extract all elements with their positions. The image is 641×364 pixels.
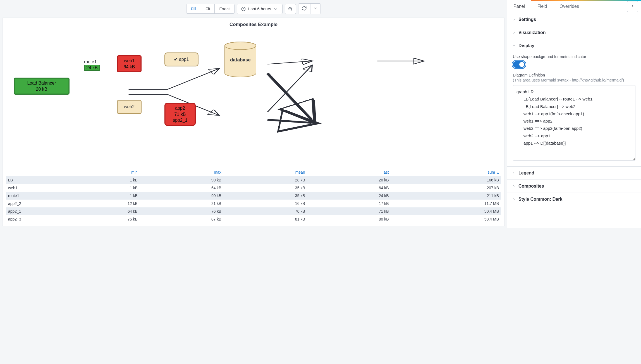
refresh-icon: [302, 6, 307, 11]
col-sum[interactable]: sum ▴: [391, 168, 501, 176]
cell-name: LB: [6, 176, 56, 184]
zoom-out-button[interactable]: [285, 4, 296, 14]
zoom-fill-button[interactable]: Fill: [186, 4, 201, 13]
diagram-definition-textarea[interactable]: [513, 85, 635, 161]
zoom-out-icon: [288, 6, 293, 11]
use-shape-bg-label: Use shape background for metric indicato…: [513, 54, 635, 59]
time-range-label: Last 6 hours: [248, 6, 271, 11]
zoom-mode-group: Fill Fit Exact: [186, 4, 235, 14]
node-web2[interactable]: web2: [117, 100, 142, 114]
section-display-body: Use shape background for metric indicato…: [507, 52, 641, 166]
check-icon: ✔: [174, 57, 178, 62]
section-visualization-header[interactable]: Visualization: [507, 26, 641, 39]
panel-title: Composites Example: [6, 21, 501, 30]
cell-max: 76 kB: [140, 207, 224, 215]
legend-header-row: min max mean last sum ▴: [6, 168, 501, 176]
cell-sum: 207 kB: [391, 184, 501, 192]
refresh-button[interactable]: [298, 4, 310, 14]
chevron-right-icon: [512, 18, 516, 21]
node-web1[interactable]: web1 64 kB: [117, 55, 142, 72]
legend-table: min max mean last sum ▴ LB1 kB90 kB28 kB…: [6, 168, 501, 223]
expand-editor-button[interactable]: [627, 1, 638, 12]
zoom-exact-button[interactable]: Exact: [215, 4, 234, 13]
refresh-group: [298, 3, 321, 14]
table-row[interactable]: LB1 kB90 kB28 kB20 kB166 kB: [6, 176, 501, 184]
chevron-right-icon: [512, 185, 516, 188]
section-composites: Composites: [507, 180, 641, 193]
cell-sum: 58.4 MB: [391, 215, 501, 223]
node-value: 20 kB: [17, 86, 66, 92]
cell-mean: 16 kB: [224, 200, 307, 207]
section-style-common: Style Common: Dark: [507, 193, 641, 206]
cell-mean: 81 kB: [224, 215, 307, 223]
editor-tabbar: Panel Field Overrides: [507, 0, 641, 13]
table-row[interactable]: app2_212 kB21 kB16 kB17 kB11.7 MB: [6, 200, 501, 207]
cell-min: 75 kB: [56, 215, 140, 223]
tab-panel[interactable]: Panel: [507, 0, 531, 13]
refresh-interval-button[interactable]: [310, 4, 320, 14]
cell-mean: 35 kB: [224, 192, 307, 200]
section-legend-header[interactable]: Legend: [507, 167, 641, 179]
section-legend: Legend: [507, 167, 641, 180]
node-sub: app2_1: [168, 117, 192, 123]
time-range-picker[interactable]: Last 6 hours: [237, 4, 283, 14]
sort-asc-icon: ▴: [497, 171, 499, 174]
panel-card: Composites Example: [2, 18, 505, 226]
cell-last: 20 kB: [307, 176, 391, 184]
cell-sum: 50.4 MB: [391, 207, 501, 215]
node-value: 64 kB: [121, 64, 138, 70]
cell-max: 90 kB: [140, 176, 224, 184]
section-settings-header[interactable]: Settings: [507, 13, 641, 26]
node-app2[interactable]: app2 71 kB app2_1: [164, 103, 196, 126]
diagram-definition-label: Diagram Definition: [513, 73, 635, 77]
node-label: web1: [121, 58, 138, 64]
section-style-common-header[interactable]: Style Common: Dark: [507, 193, 641, 206]
use-shape-bg-toggle[interactable]: [513, 61, 525, 68]
section-composites-header[interactable]: Composites: [507, 180, 641, 193]
diagram-definition-hint: (This area uses Mermaid syntax - http://…: [513, 78, 635, 82]
col-last[interactable]: last: [307, 168, 391, 176]
node-label: app2: [168, 105, 192, 111]
section-display: Display Use shape background for metric …: [507, 39, 641, 167]
panel-toolbar: Fill Fit Exact Last 6 hours: [2, 2, 505, 18]
node-load-balancer[interactable]: Load Balancer 20 kB: [14, 78, 70, 95]
table-row[interactable]: app2_375 kB87 kB81 kB80 kB58.4 MB: [6, 215, 501, 223]
cell-min: 1 kB: [56, 192, 140, 200]
node-value: 71 kB: [168, 111, 192, 118]
cell-mean: 70 kB: [224, 207, 307, 215]
table-row[interactable]: web11 kB64 kB35 kB64 kB207 kB: [6, 184, 501, 192]
diagram-canvas[interactable]: Load Balancer 20 kB route1 24 kB web1 64…: [6, 30, 501, 166]
cell-mean: 35 kB: [224, 184, 307, 192]
table-row[interactable]: app2_164 kB76 kB70 kB71 kB50.4 MB: [6, 207, 501, 215]
cell-last: 80 kB: [307, 215, 391, 223]
node-database[interactable]: database: [224, 41, 257, 78]
cell-min: 1 kB: [56, 176, 140, 184]
node-app1[interactable]: ✔ app1: [164, 52, 198, 66]
cell-name: route1: [6, 192, 56, 200]
edge-label-value: 24 kB: [84, 65, 100, 71]
col-mean[interactable]: mean: [224, 168, 307, 176]
col-name[interactable]: [6, 168, 56, 176]
col-max[interactable]: max: [140, 168, 224, 176]
cell-name: app2_2: [6, 200, 56, 207]
cell-max: 64 kB: [140, 184, 224, 192]
tab-field[interactable]: Field: [531, 0, 554, 13]
cell-name: app2_3: [6, 215, 56, 223]
zoom-fit-button[interactable]: Fit: [201, 4, 215, 13]
chevron-down-icon: [273, 6, 278, 11]
cell-sum: 211 kB: [391, 192, 501, 200]
section-settings: Settings: [507, 13, 641, 26]
col-min[interactable]: min: [56, 168, 140, 176]
table-row[interactable]: route11 kB90 kB35 kB24 kB211 kB: [6, 192, 501, 200]
tab-overrides[interactable]: Overrides: [554, 0, 585, 13]
editor-sidebar: Panel Field Overrides Settings Visualiza…: [507, 0, 641, 228]
cell-sum: 166 kB: [391, 176, 501, 184]
cell-last: 17 kB: [307, 200, 391, 207]
cell-max: 21 kB: [140, 200, 224, 207]
node-label: web2: [120, 104, 138, 110]
edge-label-text: route1: [84, 59, 100, 64]
edge-route1-label: route1 24 kB: [84, 59, 100, 71]
section-display-header[interactable]: Display: [507, 39, 641, 52]
cell-max: 90 kB: [140, 192, 224, 200]
cell-name: web1: [6, 184, 56, 192]
